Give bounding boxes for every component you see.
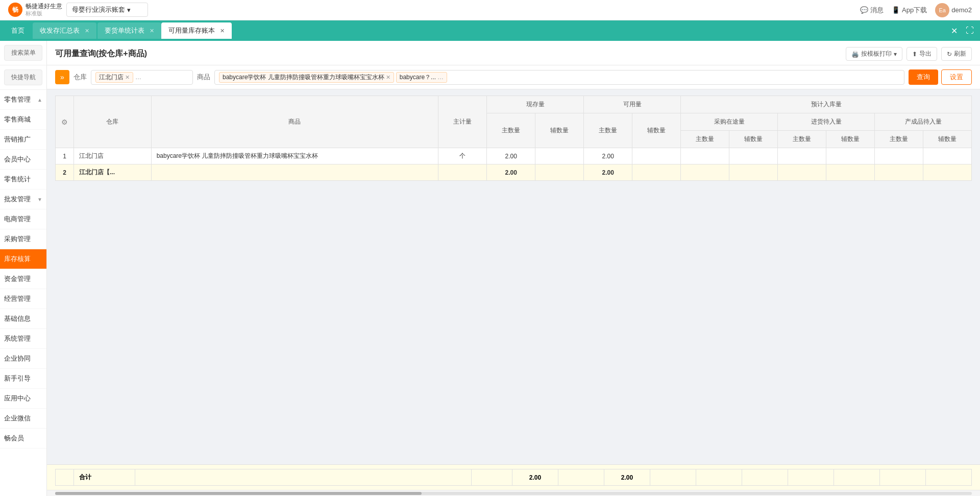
th-production-pending-aux: 辅数量 xyxy=(923,131,971,148)
product-tag1-close[interactable]: ✕ xyxy=(386,74,390,81)
row-purchase-transit-main xyxy=(681,148,729,164)
filter-dots[interactable]: … xyxy=(135,74,141,81)
download-icon: 📱 xyxy=(892,6,900,14)
query-btn[interactable]: 查询 xyxy=(909,69,938,85)
tab-order-stats[interactable]: 要货单统计表 ✕ xyxy=(97,22,161,39)
sidebar-item-purchase[interactable]: 采购管理 xyxy=(0,229,46,249)
th-current-main: 主数量 xyxy=(487,113,535,148)
close-all-icon[interactable]: ✕ xyxy=(949,24,960,38)
sidebar-item-finance[interactable]: 资金管理 xyxy=(0,269,46,289)
scrollbar-thumb[interactable] xyxy=(55,492,422,495)
sidebar-item-wechat[interactable]: 企业微信 xyxy=(0,409,46,429)
logo-area: 畅 畅捷通好生意 标准版 xyxy=(8,3,62,17)
printer-icon: 🖨️ xyxy=(851,51,859,58)
sidebar-item-ecommerce[interactable]: 电商管理 xyxy=(0,209,46,229)
user-info[interactable]: Ea demo2 xyxy=(935,3,972,17)
product-tag1: babycare学饮杯 儿童防摔防撞吸管杯重力球吸嘴杯宝宝水杯 ✕ xyxy=(219,72,394,83)
settings-col-icon[interactable]: ⚙ xyxy=(61,118,68,126)
subtotal-available-main: 2.00 xyxy=(584,164,632,181)
filter-toggle-btn[interactable]: » xyxy=(55,70,69,84)
tab-available-inventory[interactable]: 可用量库存账本 ✕ xyxy=(161,22,232,39)
product-tag1-text: babycare学饮杯 儿童防摔防撞吸管杯重力球吸嘴杯宝宝水杯 xyxy=(223,73,384,82)
app-download-label: App下载 xyxy=(902,6,927,15)
table-container: ⚙ 仓库 商品 主计量 现存量 可用量 预计入库量 主数量 辅数量 主数量 辅数… xyxy=(47,89,980,464)
warehouse-filter-input[interactable]: 江北门店 ✕ … xyxy=(91,70,193,85)
top-bar: 畅 畅捷通好生意 标准版 母婴行业演示账套 ▾ 💬 消息 📱 App下载 Ea … xyxy=(0,0,980,20)
refresh-icon: ↻ xyxy=(947,51,952,58)
logo-text: 畅捷通好生意 xyxy=(26,3,62,10)
app-download-btn[interactable]: 📱 App下载 xyxy=(892,6,927,15)
filter-actions: 查询 设置 xyxy=(909,69,972,85)
page-header: 可用量查询(按仓库+商品) 🖨️ 按模板打印 ▾ ⬆ 导出 ↻ 刷新 xyxy=(47,41,980,65)
warehouse-tag-close[interactable]: ✕ xyxy=(125,74,130,81)
sidebar-item-app-center[interactable]: 应用中心 xyxy=(0,389,46,409)
sidebar-item-member[interactable]: 会员中心 xyxy=(0,150,46,170)
tab-available-inventory-close[interactable]: ✕ xyxy=(220,28,225,34)
horizontal-scrollbar[interactable] xyxy=(47,490,980,496)
page-actions: 🖨️ 按模板打印 ▾ ⬆ 导出 ↻ 刷新 xyxy=(846,47,972,61)
tab-receive-send[interactable]: 收发存汇总表 ✕ xyxy=(33,22,96,39)
settings-btn[interactable]: 设置 xyxy=(941,69,972,85)
row-purchase-transit-aux xyxy=(729,148,778,164)
logo-sub: 标准版 xyxy=(26,10,62,17)
chevron-icon: ▼ xyxy=(37,197,42,202)
sidebar-item-label: 企业微信 xyxy=(4,414,31,423)
table-row: 1 江北门店 babycare学饮杯 儿童防摔防撞吸管杯重力球吸嘴杯宝宝水杯 个… xyxy=(56,148,972,164)
messages-label: 消息 xyxy=(870,6,884,15)
row-available-main: 2.00 xyxy=(584,148,632,164)
total-row: 合计 2.00 2.00 xyxy=(56,469,972,486)
th-incoming-pending-main: 主数量 xyxy=(778,131,826,148)
user-name: demo2 xyxy=(951,6,972,14)
store-selector[interactable]: 母婴行业演示账套 ▾ xyxy=(66,3,148,17)
warehouse-label: 仓库 xyxy=(74,73,87,82)
sidebar-item-marketing[interactable]: 营销推广 xyxy=(0,130,46,150)
total-available-main: 2.00 xyxy=(604,469,650,486)
row-production-aux xyxy=(923,148,971,164)
tab-home[interactable]: 首页 xyxy=(4,22,32,39)
table-row-subtotal: 2 江北门店【... 2.00 2.00 xyxy=(56,164,972,181)
sidebar-item-sys[interactable]: 系统管理 xyxy=(0,329,46,349)
sidebar-item-retail-store[interactable]: 零售商城 xyxy=(0,110,46,130)
sidebar-item-wholesale[interactable]: 批发管理 ▼ xyxy=(0,190,46,209)
sidebar: 搜索菜单 快捷导航 零售管理 ▲ 零售商城 营销推广 会员中心 零售统计 批发管… xyxy=(0,41,47,496)
top-bar-left: 畅 畅捷通好生意 标准版 母婴行业演示账套 ▾ xyxy=(8,3,148,17)
sidebar-item-retail-mgmt[interactable]: 零售管理 ▲ xyxy=(0,90,46,110)
sidebar-item-inventory[interactable]: 库存核算 xyxy=(0,249,46,269)
sidebar-item-label: 系统管理 xyxy=(4,334,31,343)
top-bar-right: 💬 消息 📱 App下载 Ea demo2 xyxy=(860,3,972,17)
product-tag2-text: babycare？... xyxy=(400,73,436,82)
sidebar-item-new-guide[interactable]: 新手引导 xyxy=(0,369,46,389)
total-label: 合计 xyxy=(74,469,135,486)
refresh-btn[interactable]: ↻ 刷新 xyxy=(941,47,972,61)
sidebar-item-label: 经营管理 xyxy=(4,294,31,303)
sidebar-item-label: 应用中心 xyxy=(4,394,31,403)
messages-btn[interactable]: 💬 消息 xyxy=(860,6,884,15)
store-name: 母婴行业演示账套 xyxy=(72,5,125,14)
sidebar-item-label: 资金管理 xyxy=(4,274,31,284)
tab-receive-send-close[interactable]: ✕ xyxy=(85,28,89,34)
template-print-label: 按模板打印 xyxy=(861,50,892,58)
filter-bar: » 仓库 江北门店 ✕ … 商品 babycare学饮杯 儿童防摔防撞吸管杯重力… xyxy=(47,65,980,89)
sidebar-item-retail-stats[interactable]: 零售统计 xyxy=(0,170,46,190)
tab-order-stats-close[interactable]: ✕ xyxy=(150,28,154,34)
sidebar-item-ops[interactable]: 经营管理 xyxy=(0,289,46,309)
export-btn[interactable]: ⬆ 导出 xyxy=(906,47,937,61)
sidebar-item-enterprise[interactable]: 企业协同 xyxy=(0,349,46,369)
expand-icon[interactable]: ⛶ xyxy=(964,24,976,38)
subtotal-product xyxy=(151,164,438,181)
search-menu-btn[interactable]: 搜索菜单 xyxy=(4,45,42,61)
template-print-btn[interactable]: 🖨️ 按模板打印 ▾ xyxy=(846,47,902,61)
chevron-icon: ▲ xyxy=(37,97,42,103)
export-icon: ⬆ xyxy=(912,51,917,58)
tab-available-inventory-label: 可用量库存账本 xyxy=(168,26,215,35)
product-tag2-dots[interactable]: … xyxy=(437,74,444,81)
row-product: babycare学饮杯 儿童防摔防撞吸管杯重力球吸嘴杯宝宝水杯 xyxy=(151,148,438,164)
subtotal-incoming-main xyxy=(778,164,826,181)
page-title: 可用量查询(按仓库+商品) xyxy=(55,49,147,59)
row-production-main xyxy=(875,148,923,164)
sidebar-item-vip[interactable]: 畅会员 xyxy=(0,429,46,448)
product-filter-input[interactable]: babycare学饮杯 儿童防摔防撞吸管杯重力球吸嘴杯宝宝水杯 ✕ babyca… xyxy=(214,70,904,85)
quick-nav-btn[interactable]: 快捷导航 xyxy=(4,69,42,85)
sidebar-item-basic-info[interactable]: 基础信息 xyxy=(0,309,46,329)
th-current-aux: 辅数量 xyxy=(535,113,584,148)
